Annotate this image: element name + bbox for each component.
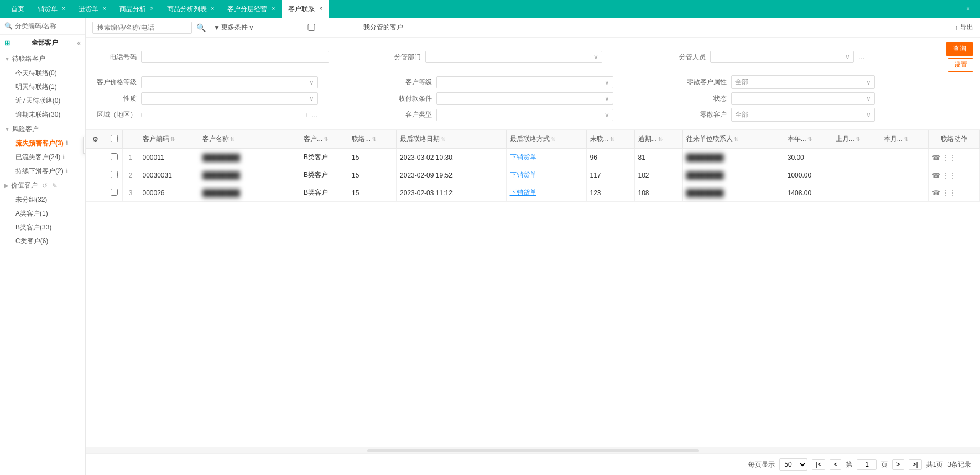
export-button[interactable]: ↑ 导出 — [955, 23, 973, 32]
sidebar-item-overdue-contact[interactable]: 逾期未联络(30) — [4, 108, 85, 122]
nav-customer-tier[interactable]: 客户分层经营 × — [221, 0, 282, 18]
th-this-year[interactable]: 本年... ⇅ — [784, 130, 832, 149]
sort-contacts-icon[interactable]: ⇅ — [372, 136, 376, 142]
row-checkbox-1[interactable] — [111, 171, 118, 178]
filter-phone-input[interactable] — [141, 51, 329, 63]
action-contact-icon-2[interactable]: ☎ — [932, 189, 940, 197]
th-this-month[interactable]: 本月... ⇅ — [880, 130, 928, 149]
td-checkbox-2[interactable] — [106, 184, 122, 202]
search-button[interactable]: 🔍 — [196, 23, 206, 32]
nav-product-analysis-close[interactable]: × — [150, 0, 154, 18]
td-actions-2[interactable]: ☎ ⋮⋮ — [928, 184, 979, 202]
more-filter-button[interactable]: ▼ 更多条件 ∨ — [210, 21, 257, 34]
refresh-icon[interactable]: ↺ — [42, 182, 48, 190]
next-page-btn[interactable]: > — [892, 459, 904, 470]
filter-level-select[interactable]: ∨ — [436, 76, 613, 88]
select-all-checkbox[interactable] — [111, 135, 118, 142]
sidebar-group-pending[interactable]: ▼ 待联络客户 — [0, 51, 85, 66]
nav-sales-order-close[interactable]: × — [62, 0, 65, 18]
page-number-input[interactable] — [857, 459, 877, 470]
td-last-contact-method-0[interactable]: 下销货单 — [506, 149, 586, 166]
sort-not-contacted-icon[interactable]: ⇅ — [610, 136, 614, 142]
nav-product-analysis-list-close[interactable]: × — [211, 0, 215, 18]
sidebar-item-churned[interactable]: 已流失客户(24) ℹ — [4, 150, 85, 164]
sort-date-icon[interactable]: ⇅ — [441, 136, 445, 142]
edit-icon[interactable]: ✎ — [52, 182, 58, 190]
page-size-select[interactable]: 50 20 100 — [779, 458, 807, 471]
sort-this-year-icon[interactable]: ⇅ — [807, 136, 812, 142]
td-actions-1[interactable]: ☎ ⋮⋮ — [928, 166, 979, 184]
nav-customer-contact-close[interactable]: × — [319, 0, 322, 18]
filter-region-select[interactable] — [141, 113, 307, 117]
th-settings[interactable]: ⚙ — [86, 130, 106, 149]
sidebar-item-unclassified[interactable]: 未分组(32) — [4, 193, 85, 207]
sidebar-item-churn-risk[interactable]: 流失预警客户(3) ℹ — [4, 137, 85, 150]
td-last-contact-method-1[interactable]: 下销货单 — [506, 166, 586, 184]
row-checkbox-0[interactable] — [111, 153, 118, 160]
horizontal-scrollbar[interactable] — [86, 447, 980, 453]
th-contacts[interactable]: 联络... ⇅ — [348, 130, 397, 149]
prev-page-btn[interactable]: < — [830, 459, 841, 470]
th-last-contact-date[interactable]: 最后联络日期 ⇅ — [397, 130, 506, 149]
th-not-contacted[interactable]: 未联... ⇅ — [586, 130, 634, 149]
my-customers-checkbox[interactable] — [262, 24, 361, 31]
td-actions-0[interactable]: ☎ ⋮⋮ — [928, 149, 979, 166]
th-last-month[interactable]: 上月... ⇅ — [832, 130, 880, 149]
filter-status-select[interactable]: ∨ — [731, 92, 875, 105]
filter-person-select[interactable]: ∨ — [710, 51, 854, 63]
th-contact-person[interactable]: 往来单位联系人 ⇅ — [682, 130, 784, 149]
th-last-contact-method[interactable]: 最后联络方式 ⇅ — [506, 130, 586, 149]
sidebar-item-declining[interactable]: 持续下滑客户(2) ℹ — [4, 164, 85, 178]
nav-product-analysis[interactable]: 商品分析 × — [113, 0, 160, 18]
last-page-btn[interactable]: >| — [909, 459, 922, 470]
th-name[interactable]: 客户名称 ⇅ — [199, 130, 300, 149]
sidebar-item-tomorrow[interactable]: 明天待联络(1) — [4, 80, 85, 94]
filter-nature-select[interactable]: ∨ — [141, 92, 318, 105]
nav-customer-contact[interactable]: 客户联系 × — [282, 0, 329, 18]
close-all-tabs[interactable]: × — [961, 5, 976, 13]
sidebar-item-class-c[interactable]: C类客户(6) — [4, 234, 85, 248]
sort-method-icon[interactable]: ⇅ — [551, 136, 555, 142]
sidebar-group-value[interactable]: ▶ 价值客户 ↺ ✎ — [0, 178, 85, 193]
nav-sales-order[interactable]: 销货单 × — [31, 0, 72, 18]
filter-price-select[interactable]: ∨ — [141, 76, 318, 88]
action-more-icon-1[interactable]: ⋮⋮ — [942, 171, 956, 179]
sort-code-icon[interactable]: ⇅ — [170, 136, 175, 142]
nav-home[interactable]: 首页 — [4, 0, 31, 18]
th-overdue[interactable]: 逾期... ⇅ — [634, 130, 682, 149]
action-contact-icon-1[interactable]: ☎ — [932, 171, 940, 179]
sidebar-item-7days[interactable]: 近7天待联络(0) — [4, 94, 85, 108]
sort-contact-person-icon[interactable]: ⇅ — [734, 136, 738, 142]
td-checkbox-1[interactable] — [106, 166, 122, 184]
contact-method-link-1[interactable]: 下销货单 — [510, 171, 536, 179]
td-last-contact-method-2[interactable]: 下销货单 — [506, 184, 586, 202]
query-button[interactable]: 查询 — [946, 42, 973, 56]
th-code[interactable]: 客户编码 ⇅ — [139, 130, 199, 149]
settings-icon[interactable]: ⚙ — [92, 135, 98, 143]
sort-overdue-icon[interactable]: ⇅ — [658, 136, 663, 142]
action-more-icon-2[interactable]: ⋮⋮ — [942, 189, 956, 197]
nav-product-analysis-list[interactable]: 商品分析列表 × — [160, 0, 221, 18]
filter-type-select[interactable]: ∨ — [436, 109, 613, 121]
action-contact-icon-0[interactable]: ☎ — [932, 154, 940, 161]
sort-last-month-icon[interactable]: ⇅ — [856, 136, 860, 142]
td-checkbox-0[interactable] — [106, 149, 122, 166]
sort-name-icon[interactable]: ⇅ — [230, 136, 234, 142]
filter-attr-select[interactable]: 全部 ∨ — [731, 75, 875, 89]
sidebar-collapse-btn[interactable]: « — [77, 39, 81, 47]
settings-button[interactable]: 设置 — [948, 58, 973, 72]
filter-person-more[interactable]: … — [858, 53, 865, 61]
filter-scatter-select[interactable]: 全部 ∨ — [731, 108, 875, 122]
sidebar-item-today[interactable]: 今天待联络(0) — [4, 66, 85, 80]
first-page-btn[interactable]: |< — [812, 459, 825, 470]
my-customers-checkbox-label[interactable]: 我分管的客户 — [262, 23, 403, 32]
sidebar-group-risk[interactable]: ▼ 风险客户 — [0, 122, 85, 137]
nav-purchase-order[interactable]: 进货单 × — [72, 0, 113, 18]
sort-type-icon[interactable]: ⇅ — [324, 136, 328, 142]
sort-this-month-icon[interactable]: ⇅ — [904, 136, 908, 142]
nav-purchase-order-close[interactable]: × — [103, 0, 106, 18]
filter-region-more[interactable]: … — [311, 111, 318, 119]
sidebar-item-class-a[interactable]: A类客户(1) — [4, 207, 85, 221]
contact-method-link-0[interactable]: 下销货单 — [510, 153, 536, 161]
filter-payment-select[interactable]: ∨ — [436, 92, 613, 105]
